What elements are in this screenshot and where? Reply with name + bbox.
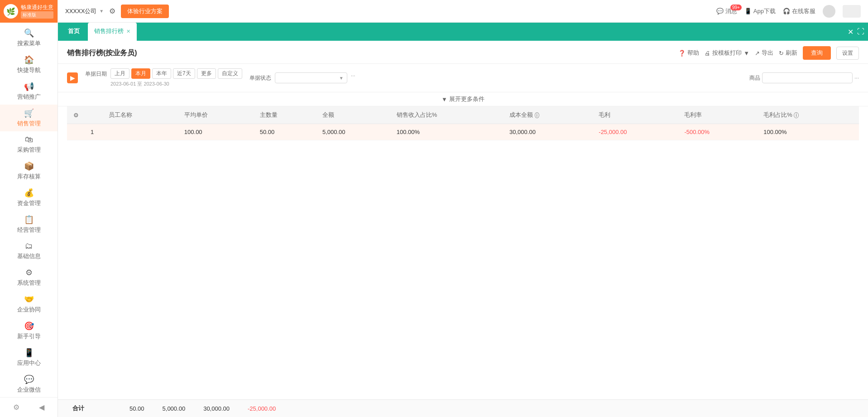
page-actions: ❓ 帮助 🖨 按模板打印 ▼ ↗ 导出 ↻ 刷新 xyxy=(678,46,859,60)
sidebar-item-search[interactable]: 🔍搜索菜单 xyxy=(0,24,58,51)
sidebar-item-base_info[interactable]: 🗂基础信息 xyxy=(0,238,58,264)
header-right: 💬 消息 99+ 📱 App下载 🎧 在线客服 xyxy=(716,5,861,18)
sidebar-label-guide: 新手引导 xyxy=(17,332,41,340)
total-cost-amount: 30,000.00 xyxy=(203,405,230,412)
template-print-button[interactable]: 🖨 按模板打印 ▼ xyxy=(705,49,749,57)
filter-more-icon[interactable]: ··· xyxy=(351,72,355,79)
date-this-month-btn[interactable]: 本月 xyxy=(131,68,150,79)
sidebar-item-operations[interactable]: 📋经营管理 xyxy=(0,211,58,238)
operations-icon: 📋 xyxy=(24,215,34,225)
date-filter-group: 单据日期 上月 本月 本年 近7天 更多 自定义 2023-06-01 至 20… xyxy=(85,68,242,87)
date-this-year-btn[interactable]: 本年 xyxy=(152,68,171,79)
date-last-month-btn[interactable]: 上月 xyxy=(110,68,129,79)
main-area: XXXXX公司 ▼ ⚙ 体验行业方案 💬 消息 99+ 📱 App下载 🎧 在线… xyxy=(58,0,868,417)
help-button[interactable]: ❓ 帮助 xyxy=(678,49,699,57)
data-table: ⚙ 员工名称 平均单价 主数量 全额 销售收入占比% 成本全额 i 毛利 毛利率… xyxy=(67,106,859,140)
date-filter-label: 单据日期 xyxy=(85,68,107,78)
col-avg-price: 平均单价 xyxy=(179,106,254,124)
online-support-action[interactable]: 🎧 在线客服 xyxy=(783,7,815,15)
export-button[interactable]: ↗ 导出 xyxy=(755,49,773,57)
sidebar-label-app_center: 应用中心 xyxy=(17,359,41,367)
total-main-qty: 50.00 xyxy=(129,405,144,412)
sidebar-item-system[interactable]: ⚙系统管理 xyxy=(0,264,58,291)
tab-home[interactable]: 首页 xyxy=(62,23,86,41)
sidebar-settings-btn[interactable]: ⚙ xyxy=(11,401,21,413)
app-download-icon: 📱 xyxy=(744,8,752,14)
table-header-row: ⚙ 员工名称 平均单价 主数量 全额 销售收入占比% 成本全额 i 毛利 毛利率… xyxy=(67,106,859,124)
finance-icon: 💰 xyxy=(24,188,34,198)
col-gross-profit: 毛利 xyxy=(593,106,679,124)
sidebar-item-guide[interactable]: 🎯新手引导 xyxy=(0,317,58,344)
table-row: 1 100.00 50.00 5,000.00 100.00% 30,000.0… xyxy=(67,124,859,140)
sidebar-collapse-btn[interactable]: ◀ xyxy=(37,401,46,413)
user-name[interactable] xyxy=(843,5,861,18)
help-label: 帮助 xyxy=(687,49,699,57)
status-filter-group: 单据状态 ▼ ··· xyxy=(249,72,355,83)
tab-sales-ranking[interactable]: 销售排行榜 ✕ xyxy=(88,23,137,41)
status-select[interactable] xyxy=(275,72,347,83)
refresh-button[interactable]: ↻ 刷新 xyxy=(779,49,797,57)
sidebar-nav: 🔍搜索菜单🏠快捷导航📢营销推广🛒销售管理🛍采购管理📦库存核算💰资金管理📋经营管理… xyxy=(0,23,58,397)
page-title: 销售排行榜(按业务员) xyxy=(67,48,137,58)
sidebar-label-inventory: 库存核算 xyxy=(17,173,41,181)
row-employee xyxy=(103,124,179,140)
row-sales-pct: 100.00% xyxy=(391,124,504,140)
inventory-icon: 📦 xyxy=(24,161,34,171)
tab-minimize-icon[interactable]: ✕ xyxy=(848,28,854,36)
logo-icon: 🌿 xyxy=(4,4,18,19)
date-last-7days-btn[interactable]: 近7天 xyxy=(173,68,195,79)
sidebar-item-marketing[interactable]: 📢营销推广 xyxy=(0,78,58,105)
settings-gear-icon[interactable]: ⚙ xyxy=(109,7,115,15)
wechat-icon: 💬 xyxy=(24,374,34,384)
total-label: 合计 xyxy=(72,404,84,412)
sidebar-label-finance: 资金管理 xyxy=(17,199,41,207)
message-badge: 99+ xyxy=(730,5,742,10)
filter-toggle-button[interactable]: ▶ xyxy=(67,72,78,83)
row-main-qty: 50.00 xyxy=(254,124,317,140)
table-body: 1 100.00 50.00 5,000.00 100.00% 30,000.0… xyxy=(67,124,859,140)
print-chevron-icon: ▼ xyxy=(743,50,749,57)
app-download-action[interactable]: 📱 App下载 xyxy=(744,7,776,15)
refresh-icon: ↻ xyxy=(779,50,784,57)
date-custom-btn[interactable]: 自定义 xyxy=(218,68,242,79)
tab-maximize-icon[interactable]: ⛶ xyxy=(857,28,864,36)
col-amount: 全额 xyxy=(317,106,391,124)
sidebar-item-enterprise[interactable]: 🤝企业协同 xyxy=(0,291,58,317)
goods-more-icon[interactable]: ··· xyxy=(854,75,859,81)
col-gross-margin: 毛利率 xyxy=(679,106,758,124)
total-gross-profit: -25,000.00 xyxy=(248,405,276,412)
row-settings-icon[interactable] xyxy=(67,124,85,140)
user-avatar[interactable] xyxy=(823,5,835,18)
sidebar-item-sales[interactable]: 🛒销售管理 xyxy=(0,105,58,131)
online-support-icon: 🎧 xyxy=(783,8,790,14)
sidebar-item-finance[interactable]: 💰资金管理 xyxy=(0,184,58,211)
trial-button[interactable]: 体验行业方案 xyxy=(121,5,169,18)
date-more-btn[interactable]: 更多 xyxy=(197,68,216,79)
settings-button[interactable]: 设置 xyxy=(836,47,859,60)
tab-close-icon[interactable]: ✕ xyxy=(126,29,130,34)
row-rank: 1 xyxy=(85,124,103,140)
sidebar-label-sales: 销售管理 xyxy=(17,120,41,128)
col-main-qty: 主数量 xyxy=(254,106,317,124)
goods-filter-input[interactable] xyxy=(762,72,853,83)
col-settings[interactable]: ⚙ xyxy=(67,106,85,124)
table-footer: 合计 50.00 5,000.00 30,000.00 -25,000.00 xyxy=(58,399,868,417)
sidebar-item-app_center[interactable]: 📱应用中心 xyxy=(0,344,58,371)
expand-more-button[interactable]: ▼ 展开更多条件 xyxy=(441,95,484,103)
purchase-icon: 🛍 xyxy=(25,135,33,144)
company-selector[interactable]: XXXXX公司 ▼ xyxy=(65,7,104,15)
sidebar-item-wechat[interactable]: 💬企业微信 xyxy=(0,371,58,397)
row-gross-profit: -25,000.00 xyxy=(593,124,679,140)
sidebar-item-shortcut[interactable]: 🏠快捷导航 xyxy=(0,51,58,78)
sidebar-label-search: 搜索菜单 xyxy=(17,39,41,48)
sidebar-item-inventory[interactable]: 📦库存核算 xyxy=(0,158,58,184)
query-button[interactable]: 查询 xyxy=(803,46,831,60)
date-range-text: 2023-06-01 至 2023-06-30 xyxy=(110,81,242,87)
col-cost-amount: 成本全额 i xyxy=(504,106,593,124)
message-action[interactable]: 💬 消息 99+ xyxy=(716,7,737,15)
col-sales-pct: 销售收入占比% xyxy=(391,106,504,124)
sidebar-label-system: 系统管理 xyxy=(17,279,41,287)
sidebar-item-purchase[interactable]: 🛍采购管理 xyxy=(0,131,58,158)
print-icon: 🖨 xyxy=(705,50,710,57)
app-download-label: App下载 xyxy=(753,7,776,15)
